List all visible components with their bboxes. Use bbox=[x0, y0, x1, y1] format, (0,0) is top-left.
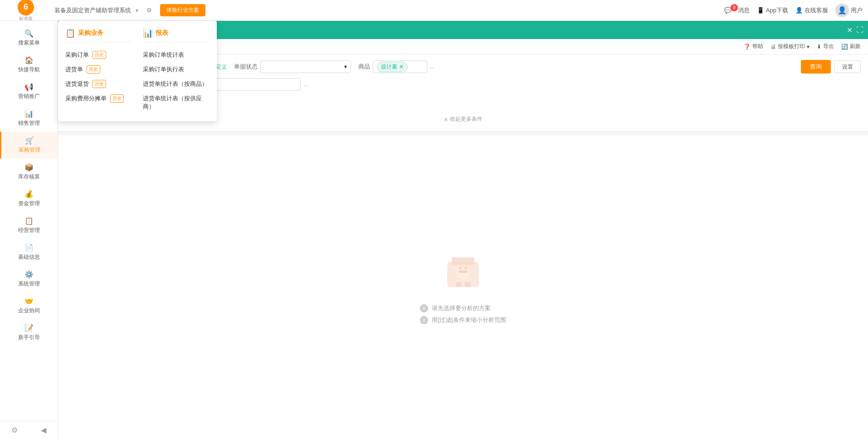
help-btn[interactable]: ❓ 帮助 bbox=[744, 43, 763, 50]
guide-icon: 📝 bbox=[24, 324, 34, 332]
online-service-label: 在线客服 bbox=[805, 6, 828, 15]
purchase-fee-item[interactable]: 采购费用分摊单 历史 bbox=[65, 91, 132, 106]
report-order-exec[interactable]: 采购订单执行表 bbox=[143, 62, 210, 77]
print-dropdown-icon: ▾ bbox=[807, 44, 809, 50]
sidebar-sales-label: 销售管理 bbox=[18, 119, 40, 127]
hint-2-num: ② bbox=[420, 316, 428, 324]
sidebar-guide-label: 新手引导 bbox=[18, 334, 40, 341]
tab-fullscreen-btn[interactable]: ⛶ bbox=[856, 26, 863, 35]
goods-dots[interactable]: ... bbox=[430, 64, 434, 70]
purchase-fee-label: 采购费用分摊单 bbox=[65, 94, 107, 103]
refresh-btn[interactable]: 🔄 刷新 bbox=[841, 43, 861, 50]
online-service-btn[interactable]: 👤 在线客服 bbox=[795, 6, 828, 15]
receipt-item[interactable]: 进货单 历史 bbox=[65, 62, 132, 77]
sidebar-item-purchase[interactable]: 🛒 采购管理 bbox=[0, 132, 58, 158]
report-col-label: 报表 bbox=[156, 29, 168, 37]
return-goods-item[interactable]: 进货退货 历史 bbox=[65, 77, 132, 91]
sidebar-item-quicknav[interactable]: 🏠 快捷导航 bbox=[0, 51, 58, 78]
purchase-report-col: 📊 报表 采购订单统计表 采购订单执行表 进货单统计表（按商品） 进货单统计表（… bbox=[143, 28, 210, 114]
bottom-settings-btn[interactable]: ⚙ bbox=[11, 426, 18, 434]
sidebar-item-search[interactable]: 🔍 搜索菜单 bbox=[0, 25, 58, 51]
sidebar-items: 🔍 搜索菜单 🏠 快捷导航 📢 营销推广 📊 销售管理 🛒 采购管 bbox=[0, 21, 58, 421]
export-label: 导出 bbox=[823, 43, 834, 50]
report-order-exec-label: 采购订单执行表 bbox=[143, 66, 184, 73]
settings-icon[interactable]: ⚙ bbox=[143, 4, 156, 17]
collapse-button[interactable]: ∧ 收起更多条件 bbox=[444, 115, 483, 123]
svg-rect-6 bbox=[456, 282, 461, 287]
goods-tag-close[interactable]: ✕ bbox=[399, 64, 404, 70]
report-receipt-by-supplier[interactable]: 进货单统计表（按供应商） bbox=[143, 91, 210, 114]
sidebar-item-operations[interactable]: 📋 经营管理 bbox=[0, 212, 58, 239]
receipt-history[interactable]: 历史 bbox=[87, 65, 100, 74]
user-name: 用户 bbox=[851, 6, 863, 15]
salesman-select[interactable] bbox=[210, 78, 301, 91]
sidebar-finance-label: 资金管理 bbox=[18, 200, 40, 207]
headset-icon: 👤 bbox=[795, 7, 803, 14]
refresh-icon: 🔄 bbox=[841, 44, 848, 50]
sidebar-item-sales[interactable]: 📊 销售管理 bbox=[0, 105, 58, 132]
sidebar-quicknav-label: 快捷导航 bbox=[18, 66, 40, 74]
goods-tag-text: 设计素 bbox=[381, 63, 397, 71]
print-template-btn[interactable]: 🖨 按模板打印 ▾ bbox=[770, 43, 809, 50]
sidebar-bottom: ⚙ ◀ bbox=[0, 421, 58, 439]
sidebar-enterprise-label: 企业协同 bbox=[18, 307, 40, 315]
purchase-order-history[interactable]: 历史 bbox=[93, 51, 106, 59]
user-area[interactable]: 👤 用户 bbox=[835, 4, 863, 17]
export-btn[interactable]: ⬇ 导出 bbox=[817, 43, 834, 50]
sidebar-item-basics[interactable]: 📄 基础信息 bbox=[0, 239, 58, 266]
purchase-fee-history[interactable]: 历史 bbox=[110, 94, 124, 103]
system-title: 装备及固定资产辅助管理系统 bbox=[54, 6, 131, 15]
report-receipt-by-goods-label: 进货单统计表（按商品） bbox=[143, 80, 208, 87]
phone-icon: 📱 bbox=[757, 7, 764, 14]
logo-icon: 6 bbox=[18, 0, 34, 15]
finance-icon: 💰 bbox=[24, 190, 34, 198]
help-label: 帮助 bbox=[752, 43, 763, 50]
top-bar: 6 标准版 装备及固定资产辅助管理系统 ▾ ⚙ 体验行业方案 💬 9 消息 📱 … bbox=[0, 0, 868, 21]
sidebar-item-marketing[interactable]: 📢 营销推广 bbox=[0, 78, 58, 105]
goods-tag: 设计素 ✕ bbox=[377, 62, 408, 72]
sales-icon: 📊 bbox=[24, 109, 34, 118]
sidebar-collapse-btn[interactable]: ◀ bbox=[41, 426, 46, 434]
purchase-order-item[interactable]: 采购订单 历史 bbox=[65, 48, 132, 62]
empty-illustration bbox=[436, 248, 490, 294]
status-dropdown-icon: ▾ bbox=[344, 64, 347, 70]
purchase-order-label: 采购订单 bbox=[65, 51, 89, 59]
report-receipt-by-goods[interactable]: 进货单统计表（按商品） bbox=[143, 77, 210, 91]
inventory-icon: 📦 bbox=[24, 163, 34, 172]
report-order-stats-label: 采购订单统计表 bbox=[143, 51, 184, 58]
query-button[interactable]: 查询 bbox=[801, 60, 831, 74]
goods-select[interactable]: 设计素 ✕ bbox=[373, 60, 427, 73]
purchase-dropdown: 📋 采购业务 采购订单 历史 进货单 历史 进货退货 历史 采购费用分摊单 历史… bbox=[58, 21, 217, 121]
system-title-dropdown[interactable]: ▾ bbox=[136, 7, 138, 14]
svg-rect-3 bbox=[458, 271, 468, 273]
purchase-business-title: 📋 采购业务 bbox=[65, 28, 132, 42]
sidebar-item-system[interactable]: ⚙️ 系统管理 bbox=[0, 266, 58, 292]
app-download-btn[interactable]: 📱 App下载 bbox=[757, 6, 788, 15]
return-goods-history[interactable]: 历史 bbox=[93, 80, 106, 88]
goods-filter: 商品 设计素 ✕ ... bbox=[358, 60, 434, 73]
sidebar-item-enterprise[interactable]: 🤝 企业协同 bbox=[0, 292, 58, 319]
goods-label: 商品 bbox=[358, 63, 370, 71]
sidebar-basics-label: 基础信息 bbox=[18, 253, 40, 261]
set-button[interactable]: 设置 bbox=[834, 60, 861, 73]
basics-icon: 📄 bbox=[24, 243, 34, 252]
notifications-label: 消息 bbox=[738, 6, 750, 15]
notifications-btn[interactable]: 💬 9 消息 bbox=[724, 6, 750, 15]
sidebar-item-guide[interactable]: 📝 新手引导 bbox=[0, 319, 58, 346]
svg-point-2 bbox=[457, 267, 469, 280]
refresh-label: 刷新 bbox=[850, 43, 861, 50]
empty-hint-1: ① 请先选择要分析的方案 bbox=[420, 302, 506, 314]
enterprise-icon: 🤝 bbox=[24, 297, 34, 306]
tab-close-window-btn[interactable]: ✕ bbox=[847, 26, 853, 35]
status-label: 单据状态 bbox=[234, 63, 258, 71]
top-bar-right: 💬 9 消息 📱 App下载 👤 在线客服 👤 用户 bbox=[724, 4, 863, 17]
sidebar-search-label: 搜索菜单 bbox=[18, 39, 40, 47]
salesman-dots[interactable]: ... bbox=[303, 81, 308, 88]
report-order-stats[interactable]: 采购订单统计表 bbox=[143, 48, 210, 62]
sidebar-item-inventory[interactable]: 📦 库存核算 bbox=[0, 158, 58, 185]
status-select[interactable]: ▾ bbox=[260, 60, 351, 73]
trial-button[interactable]: 体验行业方案 bbox=[160, 4, 205, 16]
system-icon: ⚙️ bbox=[24, 270, 34, 279]
sidebar-item-finance[interactable]: 💰 资金管理 bbox=[0, 185, 58, 212]
empty-hints: ① 请先选择要分析的方案 ② 用[过滤]条件来缩小分析范围 bbox=[420, 302, 506, 326]
